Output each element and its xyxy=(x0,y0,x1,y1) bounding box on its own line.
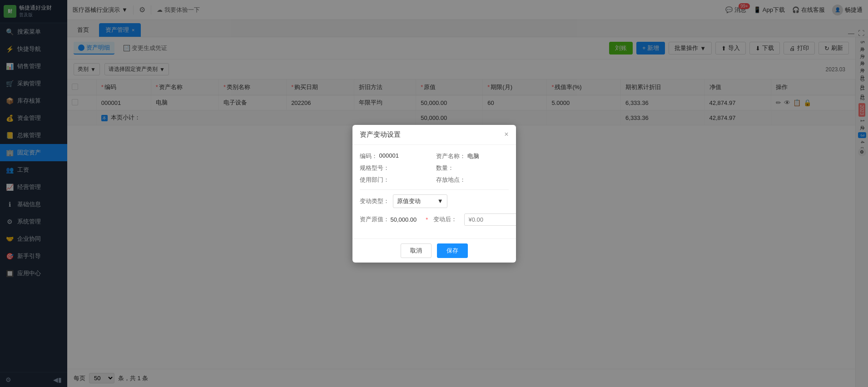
modal-overlay: 资产变动设置 × 编码： 000001 资产名称： 电脑 规格型号： 数量： xyxy=(0,0,868,387)
dialog-name-item: 资产名称： 电脑 xyxy=(436,152,509,160)
dialog-quantity-item: 数量： xyxy=(436,164,509,172)
dialog-divider xyxy=(360,189,509,190)
cancel-button[interactable]: 取消 xyxy=(401,243,432,258)
change-type-dropdown-icon: ▼ xyxy=(437,198,443,204)
dialog-department-label: 使用部门： xyxy=(360,176,389,184)
dialog-close-btn[interactable]: × xyxy=(504,130,508,139)
dialog-body: 编码： 000001 资产名称： 电脑 规格型号： 数量： 使用部门： xyxy=(352,145,516,238)
dialog-title: 资产变动设置 xyxy=(360,130,401,139)
dialog-change-type-label: 变动类型： xyxy=(360,197,389,205)
dialog-change-type-select[interactable]: 原值变动 ▼ xyxy=(393,194,447,208)
dialog-original-value-label: 资产原值： xyxy=(360,215,387,223)
save-button[interactable]: 保存 xyxy=(437,243,468,258)
dialog-code-label: 编码： xyxy=(360,152,377,160)
dialog-info-grid: 编码： 000001 资产名称： 电脑 规格型号： 数量： 使用部门： xyxy=(360,152,509,184)
dialog-code-value: 000001 xyxy=(379,152,399,160)
dialog-department-item: 使用部门： xyxy=(360,176,432,184)
dialog-footer: 取消 保存 xyxy=(352,238,516,263)
dialog-spec-item: 规格型号： xyxy=(360,164,432,172)
after-change-input[interactable] xyxy=(464,213,516,226)
dialog-spec-label: 规格型号： xyxy=(360,164,389,172)
dialog-quantity-label: 数量： xyxy=(436,164,454,172)
dialog-code-item: 编码： 000001 xyxy=(360,152,432,160)
dialog-header: 资产变动设置 × xyxy=(352,125,516,145)
dialog-change-type-row: 变动类型： 原值变动 ▼ xyxy=(360,194,509,208)
dialog-location-label: 存放地点： xyxy=(436,176,466,184)
dialog-location-item: 存放地点： xyxy=(436,176,509,184)
dialog-change-type-value: 原值变动 xyxy=(397,197,421,205)
dialog-name-value: 电脑 xyxy=(467,152,479,160)
dialog-original-value-row: 资产原值： 50,000.00 * 变动后： xyxy=(360,213,509,226)
dialog-name-label: 资产名称： xyxy=(436,152,466,160)
dialog-original-value: 50,000.00 xyxy=(391,216,417,223)
dialog-after-change-label: 变动后： xyxy=(433,215,461,223)
asset-change-dialog: 资产变动设置 × 编码： 000001 资产名称： 电脑 规格型号： 数量： xyxy=(352,125,516,263)
required-mark: * xyxy=(426,216,428,223)
